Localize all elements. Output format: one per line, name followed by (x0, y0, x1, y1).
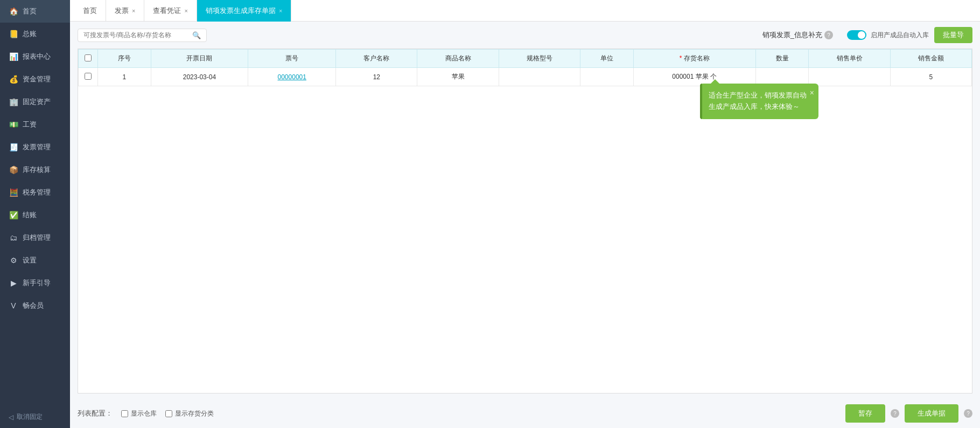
sidebar-item-invoice[interactable]: 🧾 发票管理 (0, 136, 70, 158)
col-customer: 客户名称 (336, 50, 417, 68)
row-product: 苹果 (417, 68, 499, 86)
data-table: 序号 开票日期 票号 客户名称 商品名称 规格型号 单位 * 存货名称 数量 销… (78, 49, 972, 86)
page-content: 🔍 销项发票_信息补充 ? 启用产成品自动入库 批量导 (70, 22, 980, 399)
show-warehouse-item: 显示仓库 (121, 409, 157, 418)
sidebar-item-salary[interactable]: 💵 工资 (0, 113, 70, 136)
show-category-checkbox[interactable] (165, 410, 172, 417)
bottom-bar: 列表配置： 显示仓库 显示存货分类 暂存 ? 生成单据 ? (70, 399, 980, 428)
guide-icon: ▶ (9, 279, 18, 287)
sidebar-item-guide[interactable]: ▶ 新手引导 (0, 272, 70, 294)
save-button[interactable]: 暂存 (845, 404, 885, 423)
close-invoice-tab-icon[interactable]: × (132, 8, 135, 14)
show-warehouse-checkbox[interactable] (121, 410, 128, 417)
select-all-checkbox[interactable] (85, 54, 92, 61)
search-box[interactable]: 🔍 (78, 29, 207, 42)
sidebar-item-assets[interactable]: 🏢 固定资产 (0, 91, 70, 113)
row-unit (580, 68, 633, 86)
vip-icon: V (9, 301, 18, 310)
main-content: 首页 发票 × 查看凭证 × 销项发票生成库存单据 × 🔍 销项发票_信息补充 … (70, 0, 980, 428)
tax-icon: 🧮 (9, 188, 18, 197)
row-spec (499, 68, 580, 86)
row-amount: 5 (890, 68, 971, 86)
invoice-icon: 🧾 (9, 143, 18, 151)
search-icon[interactable]: 🔍 (192, 31, 201, 39)
col-qty: 数量 (755, 50, 809, 68)
col-date: 开票日期 (151, 50, 248, 68)
close-generate-tab-icon[interactable]: × (279, 8, 282, 14)
show-category-item: 显示存货分类 (165, 409, 214, 418)
action-buttons: 暂存 ? 生成单据 ? (845, 404, 972, 423)
sidebar-item-archive[interactable]: 🗂 归档管理 (0, 226, 70, 249)
tooltip-bar (700, 84, 702, 119)
auto-warehouse-toggle[interactable] (847, 30, 866, 40)
row-ticket[interactable]: 00000001 (248, 68, 336, 86)
tab-bar: 首页 发票 × 查看凭证 × 销项发票生成库存单据 × (70, 0, 980, 22)
funds-icon: 💰 (9, 75, 18, 84)
data-table-wrapper: 序号 开票日期 票号 客户名称 商品名称 规格型号 单位 * 存货名称 数量 销… (78, 49, 972, 394)
info-label: 销项发票_信息补充 ? (762, 30, 833, 40)
sidebar-item-tax[interactable]: 🧮 税务管理 (0, 181, 70, 204)
tab-home[interactable]: 首页 (74, 0, 106, 22)
col-spec: 规格型号 (499, 50, 580, 68)
col-ticket: 票号 (248, 50, 336, 68)
ledger-icon: 📒 (9, 30, 18, 38)
tooltip-popup: × 适合生产型企业，销项发票自动生成产成品入库，快来体验～ (700, 84, 818, 119)
archive-icon: 🗂 (9, 233, 18, 242)
col-seq: 序号 (98, 50, 151, 68)
search-input[interactable] (83, 31, 189, 39)
sidebar-item-reports[interactable]: 📊 报表中心 (0, 45, 70, 68)
sidebar-footer-unpin[interactable]: ◁ 取消固定 (0, 406, 70, 428)
info-icon[interactable]: ? (824, 31, 833, 39)
row-unit-price (809, 68, 890, 86)
unpin-icon: ◁ (9, 413, 13, 421)
close-accounts-icon: ✅ (9, 211, 18, 219)
tab-voucher[interactable]: 查看凭证 × (144, 0, 197, 22)
sidebar-item-funds[interactable]: 💰 资金管理 (0, 68, 70, 91)
home-icon: 🏠 (9, 7, 18, 16)
toolbar: 🔍 销项发票_信息补充 ? 启用产成品自动入库 批量导 (78, 27, 972, 43)
assets-icon: 🏢 (9, 98, 18, 106)
list-config-label: 列表配置： (78, 409, 113, 418)
row-customer: 12 (336, 68, 417, 86)
reports-icon: 📊 (9, 52, 18, 61)
inventory-icon: 📦 (9, 165, 18, 174)
toggle-wrapper: 启用产成品自动入库 (847, 30, 929, 40)
save-help-icon[interactable]: ? (891, 409, 899, 418)
tab-generate-inventory[interactable]: 销项发票生成库存单据 × (197, 0, 291, 22)
col-product: 商品名称 (417, 50, 499, 68)
tab-invoice[interactable]: 发票 × (106, 0, 144, 22)
col-unit: 单位 (580, 50, 633, 68)
generate-help-icon[interactable]: ? (964, 409, 972, 418)
row-date: 2023-03-04 (151, 68, 248, 86)
table-row: 1 2023-03-04 00000001 12 苹果 000001 苹果 个 … (79, 68, 972, 86)
close-voucher-tab-icon[interactable]: × (184, 8, 187, 14)
batch-button[interactable]: 批量导 (934, 27, 972, 43)
row-seq: 1 (98, 68, 151, 86)
row-checkbox-cell (79, 68, 98, 86)
sidebar-item-ledger[interactable]: 📒 总账 (0, 23, 70, 45)
col-amount: 销售金额 (890, 50, 971, 68)
generate-button[interactable]: 生成单据 (905, 404, 958, 423)
sidebar-item-home[interactable]: 🏠 首页 (0, 0, 70, 23)
sidebar: 🏠 首页 📒 总账 📊 报表中心 💰 资金管理 🏢 固定资产 💵 工资 🧾 发票… (0, 0, 70, 428)
salary-icon: 💵 (9, 120, 18, 129)
tooltip-close-button[interactable]: × (810, 87, 814, 99)
sidebar-item-vip[interactable]: V 畅会员 (0, 294, 70, 317)
sidebar-item-settings[interactable]: ⚙ 设置 (0, 249, 70, 272)
col-inventory: * 存货名称 (633, 50, 755, 68)
settings-icon: ⚙ (9, 256, 18, 265)
row-checkbox[interactable] (85, 73, 92, 80)
col-unit-price: 销售单价 (809, 50, 890, 68)
select-all-header (79, 50, 98, 68)
sidebar-item-inventory[interactable]: 📦 库存核算 (0, 158, 70, 181)
sidebar-item-close[interactable]: ✅ 结账 (0, 204, 70, 226)
